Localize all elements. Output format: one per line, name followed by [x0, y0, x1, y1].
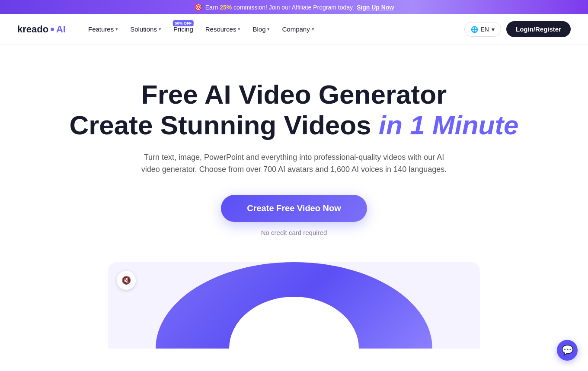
banner-text: Earn 25% commission! Join our Affiliate …: [205, 4, 354, 11]
language-selector[interactable]: 🌐 EN ▾: [464, 22, 501, 37]
mute-icon: 🔇: [121, 276, 131, 285]
navbar: kreado•AI Features ▾ Solutions ▾ 50% OFF…: [0, 14, 588, 44]
no-credit-text: No credit card required: [261, 229, 327, 236]
nav-item-resources[interactable]: Resources ▾: [200, 22, 246, 36]
nav-label-solutions: Solutions: [130, 25, 157, 33]
banner-icon: 🎯: [194, 3, 203, 11]
nav-links: Features ▾ Solutions ▾ 50% OFF Pricing R…: [83, 22, 464, 36]
hero-section: Free AI Video Generator Create Stunning …: [0, 44, 588, 254]
logo[interactable]: kreado•AI: [17, 22, 66, 36]
chat-widget[interactable]: 💬: [557, 340, 578, 349]
login-register-button[interactable]: Login/Register: [506, 21, 571, 37]
nav-label-resources: Resources: [205, 25, 236, 33]
nav-label-pricing: Pricing: [173, 25, 193, 33]
chevron-down-icon: ▾: [115, 26, 118, 32]
mute-button[interactable]: 🔇: [117, 271, 136, 290]
video-preview: 🔇: [108, 262, 480, 349]
logo-text: kreado: [17, 24, 48, 35]
nav-label-features: Features: [88, 25, 114, 33]
create-video-button[interactable]: Create Free Video Now: [221, 195, 367, 222]
nav-label-blog: Blog: [252, 25, 265, 33]
nav-item-features[interactable]: Features ▾: [83, 22, 123, 36]
nav-label-company: Company: [282, 25, 310, 33]
hero-description: Turn text, image, PowerPoint and everyth…: [138, 151, 450, 176]
hero-title-line2-colored: in 1 Minute: [379, 110, 519, 140]
chat-icon: 💬: [562, 345, 573, 349]
hero-title-line1: Free AI Video Generator: [141, 79, 447, 109]
chevron-down-icon: ▾: [492, 26, 495, 33]
top-banner: 🎯 Earn 25% commission! Join our Affiliat…: [0, 0, 588, 14]
hero-title: Free AI Video Generator Create Stunning …: [17, 79, 571, 141]
nav-item-pricing[interactable]: 50% OFF Pricing: [168, 22, 198, 36]
banner-signup-link[interactable]: Sign Up Now: [357, 4, 394, 11]
hero-title-line2-plain: Create Stunning Videos: [69, 110, 371, 140]
cta-section: Create Free Video Now No credit card req…: [17, 195, 571, 236]
globe-icon: 🌐: [471, 26, 478, 33]
chevron-down-icon: ▾: [312, 26, 314, 32]
nav-item-blog[interactable]: Blog ▾: [247, 22, 275, 36]
chevron-down-icon: ▾: [159, 26, 161, 32]
chevron-down-icon: ▾: [267, 26, 270, 32]
lang-label: EN: [481, 26, 489, 33]
chevron-down-icon: ▾: [238, 26, 240, 32]
nav-item-solutions[interactable]: Solutions ▾: [125, 22, 166, 36]
video-preview-container: 🔇: [78, 262, 510, 349]
logo-ai: AI: [56, 24, 66, 35]
nav-right: 🌐 EN ▾ Login/Register: [464, 21, 571, 37]
nav-item-company[interactable]: Company ▾: [277, 22, 319, 36]
banner-highlight: 25%: [220, 4, 232, 11]
logo-dot: •: [50, 22, 54, 36]
pricing-badge: 50% OFF: [173, 20, 194, 26]
